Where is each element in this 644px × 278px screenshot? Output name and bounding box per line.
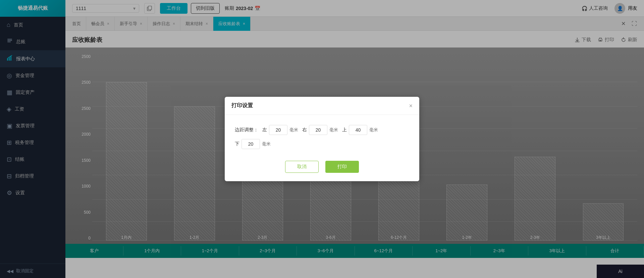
margin-label: 边距调整： bbox=[235, 127, 258, 133]
bottom-unit: 毫米 bbox=[262, 141, 271, 147]
top-margin-input[interactable] bbox=[349, 125, 367, 135]
modal-footer: 取消 打印 bbox=[225, 156, 419, 181]
bottom-label: 下 bbox=[235, 141, 239, 147]
print-settings-modal: 打印设置 × 边距调整： 左 毫米 右 毫米 上 毫米 bbox=[225, 97, 419, 181]
top-margin-group: 上 毫米 bbox=[342, 125, 378, 135]
left-unit: 毫米 bbox=[289, 127, 298, 133]
right-unit: 毫米 bbox=[329, 127, 338, 133]
modal-overlay: 打印设置 × 边距调整： 左 毫米 右 毫米 上 毫米 bbox=[0, 0, 644, 278]
bottom-margin-input[interactable] bbox=[241, 139, 260, 149]
bottom-margin-group: 下 毫米 bbox=[235, 139, 271, 149]
modal-title: 打印设置 bbox=[231, 102, 253, 109]
modal-close-button[interactable]: × bbox=[409, 103, 413, 109]
right-margin-group: 右 毫米 bbox=[302, 125, 338, 135]
top-label: 上 bbox=[342, 127, 347, 133]
right-margin-input[interactable] bbox=[309, 125, 327, 135]
top-unit: 毫米 bbox=[369, 127, 378, 133]
margin-row: 边距调整： 左 毫米 右 毫米 上 毫米 下 bbox=[235, 125, 409, 149]
cancel-button[interactable]: 取消 bbox=[285, 161, 319, 173]
left-margin-group: 左 毫米 bbox=[262, 125, 298, 135]
modal-body: 边距调整： 左 毫米 右 毫米 上 毫米 下 bbox=[225, 115, 419, 156]
confirm-print-button[interactable]: 打印 bbox=[325, 161, 359, 173]
modal-header: 打印设置 × bbox=[225, 97, 419, 115]
left-label: 左 bbox=[262, 127, 267, 133]
left-margin-input[interactable] bbox=[269, 125, 287, 135]
right-label: 右 bbox=[302, 127, 307, 133]
